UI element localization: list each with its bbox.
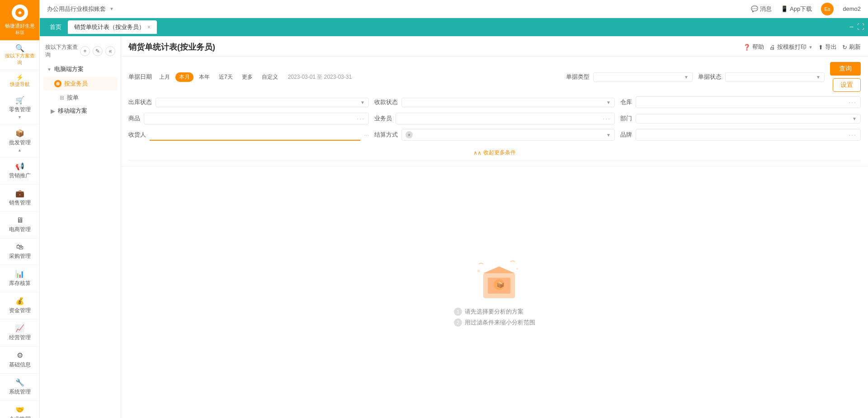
filter-row-1: 单据日期 上月 本月 本年 近7天 更多 自定义 2023-03-01 至 20…: [128, 62, 861, 92]
filter-row-4: 收货人 ··· 结算方式 × ▼ 品牌: [128, 129, 861, 141]
receiver-dots[interactable]: ···: [364, 132, 369, 138]
tab-expand-icon[interactable]: ⛶: [857, 23, 864, 31]
query-button[interactable]: 查询: [830, 62, 861, 76]
sales-label: 销售管理: [9, 199, 31, 207]
sidebar-item-ecommerce[interactable]: 🖥 电商管理: [0, 212, 39, 238]
filter-order-status: 单据状态 ▼: [698, 72, 825, 82]
tab-home[interactable]: 首页: [43, 20, 68, 34]
message-btn[interactable]: 💬 消息: [751, 5, 772, 13]
enterprise-icon: 🤝: [15, 405, 24, 414]
receiver-label: 收货人: [128, 131, 146, 139]
settlement-label: 结算方式: [374, 131, 398, 139]
date-tab-custom[interactable]: 自定义: [258, 72, 282, 82]
empty-state: 📦 1 请先选择要分析的方案 2 用过滤条件来缩: [121, 166, 868, 418]
outbound-label: 出库状态: [128, 98, 152, 106]
settings-button[interactable]: 设置: [833, 78, 861, 92]
tree-child-salesperson[interactable]: 按业务员: [43, 77, 117, 90]
print-label: 按模板打印: [777, 43, 807, 51]
svg-point-7: [477, 270, 480, 272]
search-menu[interactable]: 🔍 按以下方案查询: [0, 40, 39, 70]
sidebar-item-inventory[interactable]: 📊 库存核算: [0, 265, 39, 292]
sidebar-item-retail[interactable]: 🛒 零售管理 ▼: [0, 91, 39, 124]
settlement-select[interactable]: × ▼: [401, 129, 615, 141]
sidebar-item-purchase[interactable]: 🛍 采购管理: [0, 238, 39, 265]
mobile-scheme-parent[interactable]: ▶ 移动端方案: [43, 104, 117, 118]
sidebar-item-basic[interactable]: ⚙ 基础信息: [0, 347, 39, 374]
workspace-dropdown[interactable]: ▼: [109, 6, 114, 11]
date-tab-last-month[interactable]: 上月: [156, 72, 174, 82]
product-label: 商品: [128, 114, 140, 123]
step-1-text: 请先选择要分析的方案: [465, 308, 524, 316]
order-type-arrow: ▼: [684, 75, 689, 80]
refresh-btn[interactable]: ↻ 刷新: [842, 43, 861, 51]
brand-label: 品牌: [620, 131, 632, 139]
sidebar-item-operation[interactable]: 📈 经营管理: [0, 319, 39, 347]
print-icon: 🖨: [769, 44, 775, 51]
inventory-label: 库存核算: [9, 280, 31, 287]
refresh-label: 刷新: [849, 43, 861, 51]
tab-close-icon[interactable]: ×: [147, 24, 151, 30]
edit-scheme-btn[interactable]: ✎: [93, 46, 103, 56]
date-tabs: 上月 本月 本年 近7天 更多 自定义: [156, 72, 282, 82]
collapse-bar[interactable]: ∧∧ 收起更多条件: [128, 145, 861, 161]
sidebar-item-enterprise[interactable]: 🤝 企业协同: [0, 401, 39, 418]
department-label: 部门: [620, 114, 632, 123]
topbar: 办公用品行业模拟账套 ▼ 💬 消息 📱 App下载 Ea demo2: [40, 0, 868, 18]
date-tab-this-month[interactable]: 本月: [175, 72, 193, 82]
salesperson-select[interactable]: ···: [396, 113, 615, 124]
app-logo[interactable]: 畅捷通好生意 标版: [0, 0, 39, 40]
order-type-select[interactable]: ▼: [593, 72, 693, 82]
tab-sales-report[interactable]: 销货单统计表（按业务员） ×: [68, 20, 157, 34]
order-icon: ⊞: [60, 95, 64, 101]
retail-label: 零售管理: [9, 106, 31, 114]
print-dropdown-icon[interactable]: ▼: [808, 45, 813, 50]
left-panel-header: 按以下方案查询 + ✎ «: [40, 40, 121, 62]
desktop-scheme-parent[interactable]: ▼ 电脑端方案: [43, 62, 117, 76]
brand-select[interactable]: ···: [636, 129, 861, 141]
help-btn[interactable]: ❓ 帮助: [743, 43, 764, 51]
salesperson-dots[interactable]: ···: [603, 115, 611, 122]
tab-minimize-icon[interactable]: −: [849, 23, 854, 31]
payment-select[interactable]: ▼: [401, 98, 615, 107]
app-download-btn[interactable]: 📱 App下载: [781, 5, 812, 13]
outbound-select[interactable]: ▼: [156, 98, 369, 107]
collapse-panel-btn[interactable]: «: [105, 46, 115, 56]
sidebar-item-finance[interactable]: 💰 资金管理: [0, 292, 39, 319]
warehouse-select[interactable]: ···: [636, 96, 861, 108]
date-tab-7days[interactable]: 近7天: [215, 72, 236, 82]
product-select[interactable]: ···: [144, 113, 369, 124]
user-avatar[interactable]: Ea: [821, 3, 834, 15]
quick-nav[interactable]: ⚡ 快捷导航: [0, 70, 39, 91]
department-select[interactable]: ▼: [636, 114, 861, 124]
export-btn[interactable]: ⬆ 导出: [818, 43, 837, 51]
receiver-input[interactable]: [150, 129, 360, 141]
purchase-icon: 🛍: [16, 243, 24, 251]
product-dots[interactable]: ···: [357, 115, 365, 122]
avatar-text: Ea: [825, 6, 830, 12]
sales-icon: 💼: [15, 189, 24, 198]
marketing-label: 营销推广: [9, 172, 31, 180]
tab-home-label: 首页: [50, 23, 61, 31]
outbound-arrow: ▼: [360, 100, 365, 105]
sidebar-item-marketing[interactable]: 📢 营销推广: [0, 157, 39, 185]
date-tab-more[interactable]: 更多: [238, 72, 256, 82]
order-status-select[interactable]: ▼: [725, 72, 825, 82]
sidebar-item-wholesale[interactable]: 📦 批发管理 ▲: [0, 124, 39, 157]
sidebar-item-system[interactable]: 🔧 系统管理: [0, 374, 39, 401]
ecommerce-label: 电商管理: [9, 226, 31, 233]
date-tab-this-year[interactable]: 本年: [195, 72, 213, 82]
print-btn[interactable]: 🖨 按模板打印 ▼: [769, 43, 813, 51]
filter-settlement: 结算方式 × ▼: [374, 129, 615, 141]
order-status-arrow: ▼: [816, 75, 821, 80]
right-panel: 销货单统计表(按业务员) ❓ 帮助 🖨 按模板打印 ▼ ⬆ 导出: [121, 36, 868, 418]
username[interactable]: demo2: [843, 5, 861, 12]
settlement-clear[interactable]: ×: [406, 131, 413, 138]
add-scheme-btn[interactable]: +: [80, 46, 90, 56]
brand-dots[interactable]: ···: [849, 131, 857, 138]
filter-payment: 收款状态 ▼: [374, 98, 615, 107]
warehouse-dots[interactable]: ···: [849, 99, 857, 106]
tree-subchild-order[interactable]: ⊞ 按单: [43, 91, 117, 104]
filter-buttons: 查询 设置: [830, 62, 861, 92]
sidebar-item-sales[interactable]: 💼 销售管理: [0, 185, 39, 212]
filter-outbound: 出库状态 ▼: [128, 98, 369, 107]
